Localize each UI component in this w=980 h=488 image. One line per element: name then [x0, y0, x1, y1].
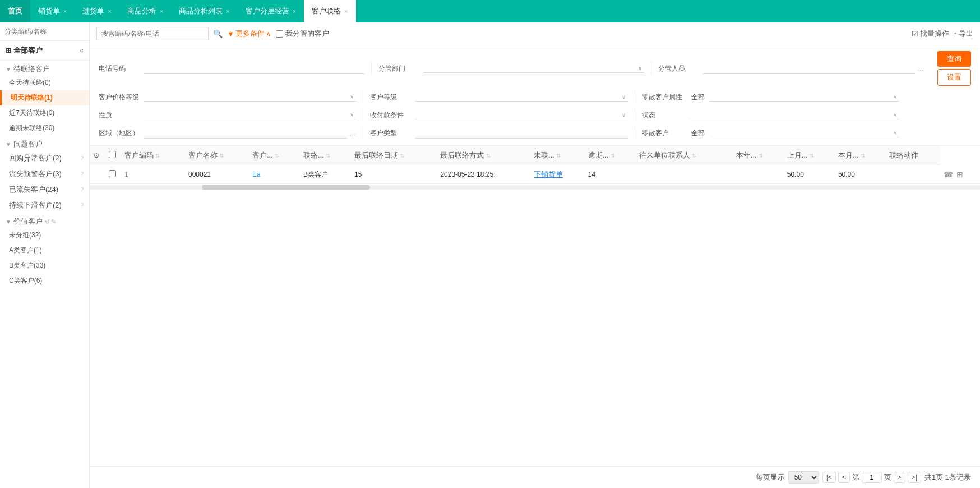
scroll-thumb[interactable] [202, 185, 370, 190]
filter-region-input[interactable] [144, 128, 347, 139]
dept-chevron-icon: ∨ [638, 65, 642, 71]
th-code[interactable]: 客户编码 ⇅ [121, 146, 185, 165]
filter-phone-input[interactable] [144, 63, 364, 74]
nav-sales-close[interactable]: × [63, 8, 67, 15]
batch-ops-btn[interactable]: ☑ 批量操作 [912, 29, 949, 39]
th-overdue[interactable]: 逾期... ⇅ [585, 146, 636, 165]
sort-icon-nocontact: ⇅ [556, 153, 561, 159]
sidebar-item-tomorrow[interactable]: 明天待联络(1) [0, 90, 89, 105]
nav-customer-contact-close[interactable]: × [344, 8, 348, 15]
sidebar-item-repurchase[interactable]: 回购异常客户(2) ? [0, 150, 89, 166]
nav-goods-analysis-close[interactable]: × [160, 8, 163, 15]
th-settings[interactable]: ⚙ [90, 146, 105, 165]
filter-search-button[interactable]: 🔍 [213, 29, 223, 38]
filter-customer-level-label: 客户等级 [370, 93, 415, 102]
th-name[interactable]: 客户名称 ⇅ [185, 146, 249, 165]
th-this-year[interactable]: 本年... ⇅ [733, 146, 784, 165]
sidebar-item-declining[interactable]: 持续下滑客户(2) ? [0, 197, 89, 213]
refresh-icon[interactable]: ↺ [45, 218, 50, 225]
table-header-row: ⚙ 客户编码 ⇅ 客户名称 ⇅ 客户... ⇅ 联络... ⇅ 最后联络日期 ⇅… [90, 146, 980, 165]
nav-sales[interactable]: 销货单 × [30, 0, 75, 22]
payment-chevron-icon: ∨ [622, 112, 626, 118]
filter-customer-type-label: 客户类型 [370, 128, 415, 138]
select-all-checkbox[interactable] [109, 151, 116, 158]
export-btn[interactable]: ↑ 导出 [954, 29, 974, 39]
row-action-phone-icon[interactable]: ☎ [944, 170, 953, 179]
filter-retail-customer-select[interactable]: ∨ [709, 128, 899, 137]
filter-search-input[interactable] [96, 27, 209, 40]
nav-home[interactable]: 首页 [0, 0, 30, 22]
row-this-year: 50.00 [784, 165, 835, 184]
more-conditions-toggle[interactable]: ▼ 更多条件 ∧ [227, 29, 271, 39]
nav-purchase-close[interactable]: × [108, 8, 111, 15]
nav-purchase[interactable]: 进货单 × [75, 0, 119, 22]
filter-row-2: 客户价格等级 ∨ 客户等级 ∨ 零散客户属性 [99, 90, 971, 104]
th-last-date[interactable]: 最后联络日期 ⇅ [351, 146, 437, 165]
th-no-contact[interactable]: 未联... ⇅ [530, 146, 585, 165]
nav-customer-contact[interactable]: 客户联络 × [304, 0, 355, 22]
filter-price-level-select[interactable]: ∨ [144, 93, 356, 102]
table-footer: 每页显示 50 100 200 |< < 第 页 > >| 共1页 1条记录 [90, 466, 980, 488]
filter-manager-input[interactable] [703, 63, 915, 74]
per-page-select[interactable]: 50 100 200 [788, 471, 819, 484]
sidebar-item-7days[interactable]: 近7天待联络(0) [0, 105, 89, 121]
sidebar-item-today[interactable]: 今天待联络(0) [0, 75, 89, 90]
sidebar-item-c-class[interactable]: C类客户(6) [0, 273, 89, 288]
sidebar-item-churned[interactable]: 已流失客户(24) ? [0, 182, 89, 197]
horizontal-scrollbar[interactable] [90, 185, 980, 190]
filter-retail-attr-select[interactable]: ∨ [709, 93, 899, 102]
row-action-more-icon[interactable]: ⊞ [956, 170, 963, 179]
sidebar-item-churn-warning[interactable]: 流失预警客户(3) ? [0, 166, 89, 182]
filter-status-select[interactable]: ∨ [687, 111, 899, 119]
last-page-btn[interactable]: >| [908, 472, 921, 483]
row-checkbox-cell[interactable] [105, 165, 121, 184]
next-page-btn[interactable]: > [894, 472, 905, 483]
sidebar-item-a-class[interactable]: A类客户(1) [0, 243, 89, 258]
first-page-btn[interactable]: |< [822, 472, 836, 483]
query-button[interactable]: 查询 [937, 51, 971, 67]
my-customers-check[interactable] [276, 30, 283, 38]
th-this-month[interactable]: 本月... ⇅ [835, 146, 886, 165]
row-name[interactable]: Ea [249, 165, 300, 184]
filter-dept-label: 分管部门 [378, 64, 423, 73]
nav-goods-list[interactable]: 商品分析列表 × [171, 0, 237, 22]
filter-gender-select[interactable]: ∨ [144, 111, 356, 119]
th-checkbox[interactable] [105, 146, 121, 165]
prev-page-btn[interactable]: < [838, 472, 850, 483]
filter-dept: 分管部门 ∨ [378, 64, 644, 73]
last-method-link[interactable]: 下销货单 [534, 170, 563, 178]
nav-customer-tier[interactable]: 客户分层经营 × [238, 0, 304, 22]
settings-button[interactable]: 设置 [937, 69, 971, 86]
filter-manager: 分管人员 … [658, 63, 924, 74]
sidebar-collapse-icon[interactable]: « [80, 47, 84, 54]
row-no-contact: 14 [585, 165, 636, 184]
th-type[interactable]: 客户... ⇅ [249, 146, 300, 165]
row-code: 000021 [185, 165, 249, 184]
th-last-month[interactable]: 上月... ⇅ [784, 146, 835, 165]
sidebar-all-customers[interactable]: ⊞ 全部客户 « [0, 41, 89, 61]
nav-goods-list-close[interactable]: × [226, 8, 229, 15]
retail-customer-chevron-icon: ∨ [893, 130, 897, 136]
filter-region-dots[interactable]: … [349, 129, 356, 137]
page-num-input[interactable] [862, 472, 882, 483]
grid-icon: ⊞ [6, 47, 11, 54]
my-customers-checkbox[interactable]: 我分管的客户 [276, 29, 329, 39]
nav-customer-tier-close[interactable]: × [293, 8, 296, 15]
filter-payment-select[interactable]: ∨ [415, 111, 627, 119]
nav-goods-analysis[interactable]: 商品分析 × [119, 0, 171, 22]
row-last-method[interactable]: 下销货单 [530, 165, 585, 184]
filter-customer-type-input[interactable] [415, 128, 627, 139]
row-checkbox[interactable] [109, 170, 116, 177]
sidebar-search-input[interactable] [4, 27, 89, 35]
th-last-method[interactable]: 最后联络方式 ⇅ [437, 146, 530, 165]
sidebar-item-ungrouped[interactable]: 未分组(32) [0, 228, 89, 243]
filter-manager-dots[interactable]: … [917, 65, 924, 72]
filter-customer-level-select[interactable]: ∨ [415, 93, 627, 102]
filter-dept-select[interactable]: ∨ [423, 64, 644, 73]
th-contact-person[interactable]: 往来单位联系人 ⇅ [636, 146, 733, 165]
sidebar-item-overdue[interactable]: 逾期未联络(30) [0, 121, 89, 136]
sidebar-item-b-class[interactable]: B类客户(33) [0, 258, 89, 273]
gear-icon[interactable]: ⚙ [93, 151, 100, 160]
th-contact-count[interactable]: 联络... ⇅ [300, 146, 351, 165]
edit-icon[interactable]: ✎ [51, 218, 56, 225]
